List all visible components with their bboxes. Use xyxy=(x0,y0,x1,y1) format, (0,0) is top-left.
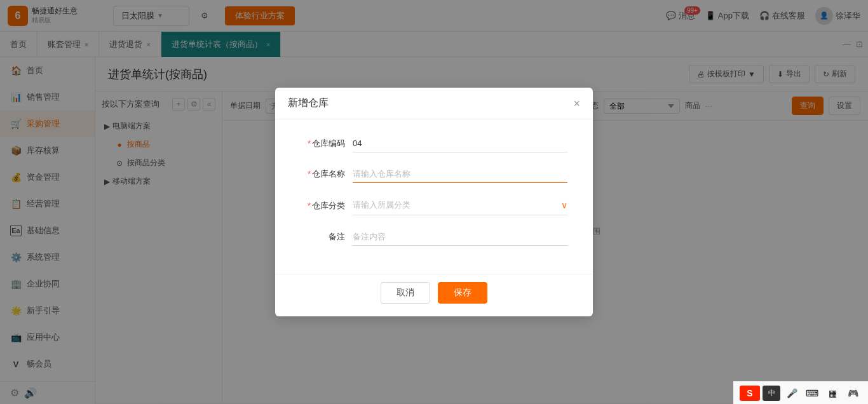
warehouse-category-select[interactable]: 请输入所属分类 ∨ xyxy=(353,196,567,215)
warehouse-category-label: 仓库分类 xyxy=(301,200,345,212)
warehouse-code-row: 仓库编码 xyxy=(301,135,567,152)
keyboard-icon[interactable]: ⌨ xyxy=(803,384,821,402)
s-icon: S xyxy=(740,386,760,401)
warehouse-code-label: 仓库编码 xyxy=(301,138,345,149)
dialog-header: 新增仓库 × xyxy=(275,88,593,119)
dialog-overlay[interactable]: 新增仓库 × 仓库编码 仓库名称 仓库分类 请输入所属分类 ∨ xyxy=(0,0,868,404)
chevron-down-orange-icon: ∨ xyxy=(561,200,567,210)
dialog-close-button[interactable]: × xyxy=(573,98,580,109)
add-warehouse-dialog: 新增仓库 × 仓库编码 仓库名称 仓库分类 请输入所属分类 ∨ xyxy=(275,88,593,316)
chinese-input-icon[interactable]: 中 xyxy=(763,386,780,401)
dialog-title: 新增仓库 xyxy=(288,97,329,110)
warehouse-name-label: 仓库名称 xyxy=(301,168,345,180)
cancel-button[interactable]: 取消 xyxy=(381,282,430,304)
save-button[interactable]: 保存 xyxy=(438,282,487,304)
warehouse-note-input[interactable] xyxy=(353,228,567,246)
warehouse-note-label: 备注 xyxy=(301,231,345,243)
warehouse-name-row: 仓库名称 xyxy=(301,165,567,183)
bottom-bar: S 中 🎤 ⌨ ▦ 🎮 xyxy=(733,381,868,404)
warehouse-name-input[interactable] xyxy=(353,165,567,183)
gamepad-icon[interactable]: 🎮 xyxy=(844,384,862,402)
warehouse-category-row: 仓库分类 请输入所属分类 ∨ xyxy=(301,196,567,215)
microphone-icon[interactable]: 🎤 xyxy=(783,384,801,402)
warehouse-category-placeholder: 请输入所属分类 xyxy=(353,199,561,211)
grid-icon[interactable]: ▦ xyxy=(824,384,841,402)
dialog-body: 仓库编码 仓库名称 仓库分类 请输入所属分类 ∨ 备注 xyxy=(275,119,593,274)
dialog-footer: 取消 保存 xyxy=(275,274,593,316)
warehouse-code-input[interactable] xyxy=(353,135,567,152)
warehouse-note-row: 备注 xyxy=(301,228,567,246)
